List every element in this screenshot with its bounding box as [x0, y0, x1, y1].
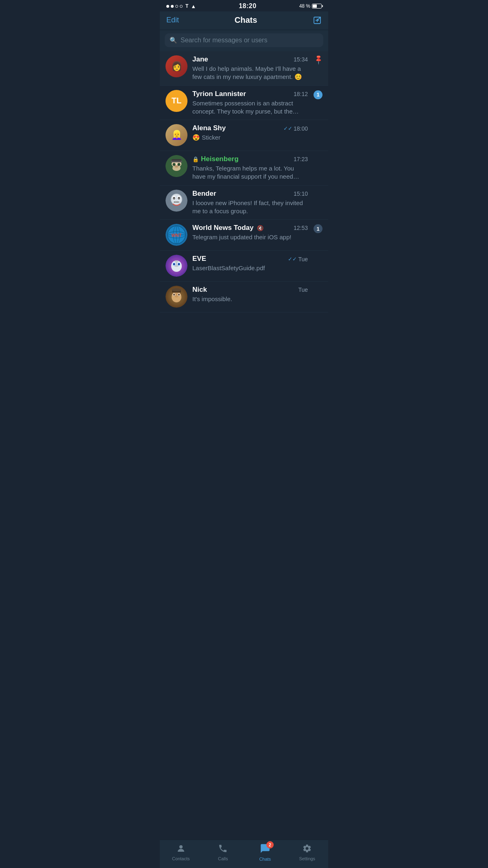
chat-top: Nick Tue — [192, 286, 308, 294]
chat-item-nick[interactable]: Nick Tue It's impossible. — [160, 282, 328, 313]
chat-time: Tue — [298, 286, 308, 293]
avatar: 👩 — [166, 55, 187, 77]
chat-preview: Telegram just updated their iOS app! — [192, 233, 308, 241]
chat-time: ✓✓ Tue — [288, 256, 308, 262]
svg-rect-30 — [177, 201, 178, 203]
chat-item-eve[interactable]: EVE ✓✓ Tue LaserBlastSafetyGuide.pdf — [160, 251, 328, 282]
avatar — [166, 155, 187, 177]
battery-fill — [313, 4, 317, 8]
chat-preview: Sometimes possession is an abstract conc… — [192, 99, 308, 116]
chat-item-alena[interactable]: 👱‍♀️ Alena Shy ✓✓ 18:00 😍 Sticker — [160, 120, 328, 151]
chat-time: 17:23 — [294, 156, 308, 162]
chat-time: 15:34 — [294, 56, 308, 63]
chat-item-heisenberg[interactable]: 🔒Heisenberg 17:23 Thanks, Telegram helps… — [160, 151, 328, 186]
svg-point-17 — [175, 166, 178, 168]
chat-body: World News Today🔇 12:53 Telegram just up… — [192, 224, 308, 241]
compose-icon — [313, 16, 322, 25]
chat-name: 🔒Heisenberg — [192, 155, 239, 163]
page-title: Chats — [235, 15, 257, 25]
status-right: 48 % — [299, 3, 322, 9]
compose-button[interactable] — [313, 16, 322, 25]
chat-preview: It's impossible. — [192, 295, 308, 303]
chat-body: Jane 15:34 Well I do help animals. Maybe… — [192, 55, 308, 81]
chat-top: EVE ✓✓ Tue — [192, 255, 308, 263]
chat-time: 15:10 — [294, 190, 308, 197]
battery-percent: 48 % — [299, 3, 310, 9]
chat-meta: 1 — [313, 224, 322, 233]
svg-text:WNT: WNT — [171, 233, 181, 238]
chat-body: 🔒Heisenberg 17:23 Thanks, Telegram helps… — [192, 155, 308, 181]
chat-top: 🔒Heisenberg 17:23 — [192, 155, 308, 163]
chat-body: Alena Shy ✓✓ 18:00 😍 Sticker — [192, 124, 308, 142]
svg-point-14 — [174, 164, 174, 165]
chat-name: Nick — [192, 286, 207, 294]
svg-point-46 — [174, 264, 175, 265]
chat-preview: Thanks, Telegram helps me a lot. You hav… — [192, 164, 308, 181]
lock-icon: 🔒 — [192, 156, 199, 162]
chat-list: 👩 Jane 15:34 Well I do help animals. May… — [160, 51, 328, 313]
header: Edit Chats — [160, 11, 328, 30]
svg-rect-9 — [171, 161, 182, 162]
chat-item-jane[interactable]: 👩 Jane 15:34 Well I do help animals. May… — [160, 51, 328, 86]
chat-meta: 1 — [313, 90, 322, 99]
svg-point-55 — [173, 294, 175, 296]
svg-rect-16 — [174, 166, 179, 166]
chat-top: World News Today🔇 12:53 — [192, 224, 308, 232]
read-receipt-icon: ✓✓ — [288, 256, 297, 262]
avatar — [166, 190, 187, 212]
chat-item-bender[interactable]: Bender 15:10 I looove new iPhones! If fa… — [160, 186, 328, 220]
search-input[interactable]: Search for messages or users — [181, 37, 267, 44]
chat-top: Tyrion Lannister 18:12 — [192, 90, 308, 98]
svg-point-47 — [179, 264, 180, 265]
signal-dot-4 — [180, 5, 183, 8]
unread-badge: 1 — [314, 224, 322, 233]
chat-time: ✓✓ 18:00 — [283, 125, 308, 132]
chat-body: EVE ✓✓ Tue LaserBlastSafetyGuide.pdf — [192, 255, 308, 272]
signal-dot-2 — [171, 5, 174, 8]
chat-item-tyrion[interactable]: TL Tyrion Lannister 18:12 Sometimes poss… — [160, 86, 328, 120]
chat-name: Bender — [192, 190, 216, 198]
edit-button[interactable]: Edit — [166, 16, 179, 24]
avatar: WNT — [166, 224, 187, 246]
signal-dot-1 — [166, 5, 169, 8]
chat-body: Nick Tue It's impossible. — [192, 286, 308, 303]
chat-time: 18:12 — [294, 91, 308, 97]
chat-top: Jane 15:34 — [192, 55, 308, 63]
chat-top: Alena Shy ✓✓ 18:00 — [192, 124, 308, 132]
battery-icon — [312, 4, 322, 9]
svg-point-15 — [179, 164, 179, 165]
avatar — [166, 255, 187, 277]
chat-time: 12:53 — [294, 225, 308, 231]
chat-preview: LaserBlastSafetyGuide.pdf — [192, 264, 308, 272]
chat-body: Tyrion Lannister 18:12 Sometimes possess… — [192, 90, 308, 116]
chat-preview: 😍 Sticker — [192, 133, 308, 142]
chat-name: World News Today🔇 — [192, 224, 264, 232]
status-left: T ▲ — [166, 3, 196, 9]
svg-line-3 — [318, 17, 320, 20]
search-bar: 🔍 Search for messages or users — [160, 30, 328, 51]
chat-top: Bender 15:10 — [192, 190, 308, 198]
chat-preview: I looove new iPhones! If fact, they invi… — [192, 199, 308, 216]
svg-point-25 — [174, 197, 174, 198]
svg-rect-28 — [174, 201, 175, 203]
search-icon: 🔍 — [170, 37, 177, 44]
chat-item-worldnews[interactable]: WNT World News Today🔇 12:53 Telegram jus… — [160, 220, 328, 251]
avatar: 👱‍♀️ — [166, 124, 187, 146]
svg-point-52 — [172, 288, 181, 291]
status-bar: T ▲ 18:20 48 % — [160, 0, 328, 11]
chat-name: EVE — [192, 255, 206, 263]
chat-body: Bender 15:10 I looove new iPhones! If fa… — [192, 190, 308, 216]
svg-point-56 — [178, 294, 180, 296]
status-time: 18:20 — [239, 2, 256, 10]
svg-rect-29 — [176, 201, 176, 203]
carrier-label: T — [185, 3, 188, 9]
chat-name: Tyrion Lannister — [192, 90, 246, 98]
wifi-icon: ▲ — [191, 3, 196, 9]
svg-point-26 — [179, 197, 179, 198]
chat-name: Jane — [192, 55, 208, 63]
chat-name: Alena Shy — [192, 124, 226, 132]
pin-icon: 📌 — [313, 54, 324, 66]
mute-icon: 🔇 — [257, 225, 264, 231]
chat-meta: 📌 — [313, 56, 322, 63]
search-input-wrap[interactable]: 🔍 Search for messages or users — [165, 33, 323, 47]
